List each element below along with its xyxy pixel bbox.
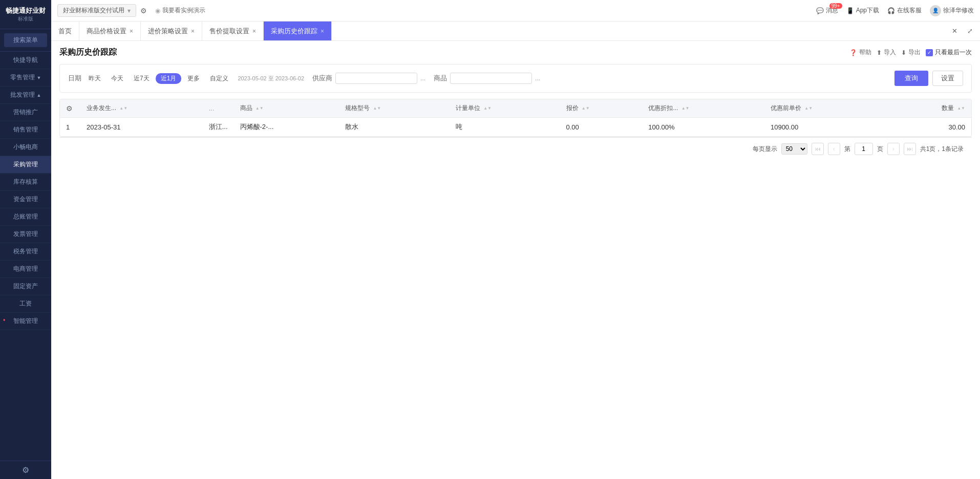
product-input[interactable]: [450, 73, 532, 84]
date-option-yesterday[interactable]: 昨天: [84, 73, 105, 84]
edition-selector[interactable]: 好业财标准版交付试用 ▾: [57, 4, 136, 17]
export-icon: ⬇: [901, 49, 906, 56]
total-info: 共1页，1条记录: [920, 145, 964, 154]
demo-button[interactable]: ◉ 我要看实例演示: [155, 6, 205, 15]
content-area: 采购历史价跟踪 ❓ 帮助 ⬆ 导入 ⬇ 导出 ✓: [51, 41, 980, 479]
tab-purchase-strategy[interactable]: 进价策略设置 ×: [141, 21, 202, 40]
demo-label: 我要看实例演示: [162, 6, 205, 15]
sidebar-item-accounting[interactable]: 总账管理: [0, 208, 51, 226]
tab-sale-price[interactable]: 售价提取设置 ×: [202, 21, 264, 40]
per-page-select[interactable]: 20 50 100 200: [781, 143, 807, 155]
sidebar-search-area[interactable]: 搜索菜单: [0, 29, 51, 52]
col-product[interactable]: 商品 ▲▼: [234, 99, 339, 118]
col-quantity[interactable]: 数量 ▲▼: [889, 99, 971, 118]
cell-discount-pct: 100.00%: [642, 118, 764, 137]
cell-quote: 0.00: [560, 118, 643, 137]
date-option-7days[interactable]: 近7天: [130, 73, 154, 84]
sidebar-item-smart[interactable]: 智能管理: [0, 313, 51, 330]
cell-ellipsis-val: 浙江...: [203, 118, 234, 137]
app-logo: 畅捷通好业财 标准版: [0, 0, 51, 29]
query-button[interactable]: 查询: [894, 71, 928, 86]
sidebar-item-label: 小畅电商: [13, 143, 38, 150]
sort-icon: ▲▼: [681, 106, 690, 111]
col-discount-pct[interactable]: 优惠折扣... ▲▼: [642, 99, 764, 118]
sidebar-item-inventory[interactable]: 库存核算: [0, 173, 51, 191]
next-page-button[interactable]: ›: [887, 143, 900, 155]
sidebar-item-wholesale[interactable]: 批发管理 ▲: [0, 86, 51, 104]
col-biz-date[interactable]: 业务发生... ▲▼: [80, 99, 203, 118]
sidebar-item-purchase[interactable]: 采购管理: [0, 156, 51, 173]
checkbox-icon: ✓: [926, 49, 933, 56]
supplier-input[interactable]: [335, 73, 417, 84]
sidebar-item-sales[interactable]: 销售管理: [0, 121, 51, 139]
more-icon[interactable]: ...: [209, 104, 215, 112]
sidebar-item-quick-nav[interactable]: 快捷导航: [0, 52, 51, 69]
help-label: 帮助: [859, 48, 871, 57]
import-button[interactable]: ⬆ 导入: [877, 48, 896, 57]
sidebar-item-small-ecom[interactable]: 小畅电商: [0, 139, 51, 156]
export-button[interactable]: ⬇ 导出: [901, 48, 921, 57]
col-discount-pct-label: 优惠折扣...: [648, 104, 678, 112]
user-name: 徐泽华修改: [943, 6, 974, 15]
play-icon: ◉: [155, 7, 160, 14]
app-download-button[interactable]: 📱 App下载: [846, 6, 879, 15]
tab-purchase-history[interactable]: 采购历史价跟踪 ×: [264, 21, 332, 40]
col-spec[interactable]: 规格型号 ▲▼: [339, 99, 450, 118]
cell-product: 丙烯酸-2-...: [234, 118, 339, 137]
maximize-tab-button[interactable]: ⤢: [964, 25, 976, 37]
table-row: 1 2023-05-31 浙江... 丙烯酸-2-... 散水 吨 0.00 1…: [60, 118, 971, 137]
col-pre-discount-price[interactable]: 优惠前单价 ▲▼: [764, 99, 889, 118]
sidebar-item-finance[interactable]: 资金管理: [0, 191, 51, 208]
gear-icon[interactable]: ⚙: [66, 104, 73, 113]
close-icon[interactable]: ×: [252, 28, 256, 35]
first-page-button[interactable]: ⏮: [812, 143, 824, 155]
date-option-custom[interactable]: 自定义: [206, 73, 232, 84]
only-last-checkbox[interactable]: ✓ 只看最后一次: [926, 48, 972, 57]
col-product-label: 商品: [240, 104, 252, 112]
search-menu-button[interactable]: 搜索菜单: [4, 33, 47, 47]
tab-home[interactable]: 首页: [51, 21, 79, 40]
col-pre-discount-price-label: 优惠前单价: [771, 104, 801, 112]
date-option-more[interactable]: 更多: [183, 73, 204, 84]
sort-icon: ▲▼: [119, 106, 127, 111]
online-service-button[interactable]: 🎧 在线客服: [887, 6, 922, 15]
close-icon[interactable]: ×: [191, 28, 195, 35]
sidebar-item-salary[interactable]: 工资: [0, 295, 51, 313]
sidebar-item-ecom[interactable]: 电商管理: [0, 260, 51, 278]
close-tab-button[interactable]: ✕: [948, 25, 961, 37]
product-more[interactable]: ...: [535, 75, 540, 82]
settings-button[interactable]: 设置: [932, 71, 963, 86]
sidebar-item-assets[interactable]: 固定资产: [0, 278, 51, 295]
tab-purchase-history-label: 采购历史价跟踪: [271, 27, 317, 36]
col-unit[interactable]: 计量单位 ▲▼: [450, 99, 560, 118]
help-button[interactable]: ❓ 帮助: [849, 48, 871, 57]
col-gear[interactable]: ⚙: [60, 99, 80, 118]
date-option-today[interactable]: 今天: [107, 73, 127, 84]
cell-unit: 吨: [450, 118, 560, 137]
sidebar-bottom[interactable]: ⚙: [0, 461, 51, 479]
settings-icon[interactable]: ⚙: [140, 7, 147, 15]
sidebar-item-marketing[interactable]: 营销推广: [0, 104, 51, 121]
table-header: ⚙ 业务发生... ▲▼ ... 商品 ▲▼: [60, 99, 971, 118]
close-icon[interactable]: ×: [321, 28, 324, 35]
messages-button[interactable]: 💬 消息 99+: [816, 6, 838, 15]
sort-icon: ▲▼: [483, 106, 492, 111]
tab-price-settings[interactable]: 商品价格设置 ×: [79, 21, 141, 40]
date-option-1month[interactable]: 近1月: [156, 73, 182, 84]
product-label: 商品: [434, 74, 447, 83]
col-quote[interactable]: 报价 ▲▼: [560, 99, 643, 118]
close-icon[interactable]: ×: [130, 28, 133, 35]
sidebar-item-retail[interactable]: 零售管理 ▼: [0, 69, 51, 86]
col-ellipsis[interactable]: ...: [203, 99, 234, 118]
only-last-label: 只看最后一次: [935, 48, 972, 57]
page-input[interactable]: [855, 143, 873, 155]
sidebar-item-tax[interactable]: 税务管理: [0, 243, 51, 260]
gear-icon[interactable]: ⚙: [22, 466, 29, 474]
user-menu-button[interactable]: 👤 徐泽华修改: [930, 5, 974, 16]
date-options: 昨天 今天 近7天 近1月 更多 自定义: [84, 73, 232, 84]
prev-page-button[interactable]: ‹: [828, 143, 840, 155]
supplier-more[interactable]: ...: [420, 75, 425, 82]
sidebar-item-invoice[interactable]: 发票管理: [0, 226, 51, 243]
last-page-button[interactable]: ⏭: [904, 143, 916, 155]
filter-date: 日期 昨天 今天 近7天 近1月 更多 自定义 2023-05-02 至 202…: [68, 73, 304, 84]
